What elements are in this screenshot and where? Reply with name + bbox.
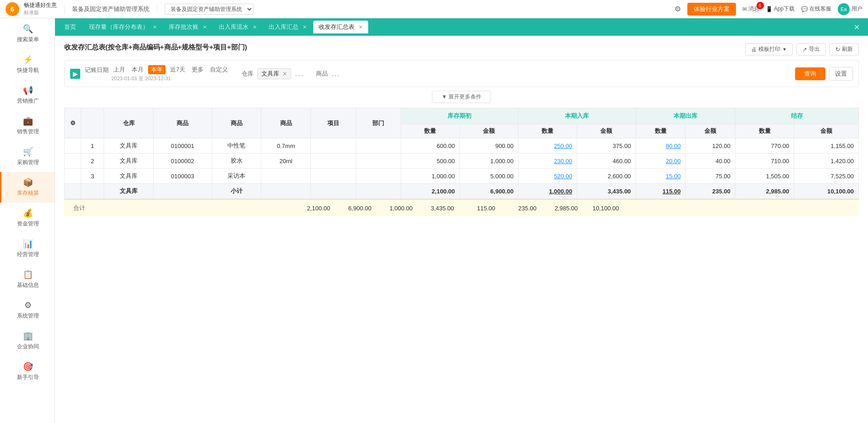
col-in-qty: 数量 bbox=[518, 124, 577, 138]
row-bal-qty: 1,505.00 bbox=[735, 169, 794, 184]
row-out-qty[interactable]: 20.00 bbox=[636, 154, 686, 169]
export-btn[interactable]: ↗ 导出 bbox=[796, 43, 826, 55]
row-bal-amt: 1,155.00 bbox=[794, 138, 859, 154]
col-goods-name-header: 商品 bbox=[212, 108, 261, 138]
refresh-icon: ↻ bbox=[835, 46, 840, 53]
table-row: 1 文具库 0100001 中性笔 0.7mm 600.00 900.00 25… bbox=[65, 138, 859, 154]
sidebar-item-newbie[interactable]: 🎯 新手引导 bbox=[0, 356, 55, 387]
date-range-display: 2023-01-01 至 2023-12-31 bbox=[111, 75, 230, 82]
warehouse-tag[interactable]: 文具库 ✕ bbox=[257, 68, 291, 79]
tab-close-inventory-dist[interactable]: ✕ bbox=[153, 24, 157, 30]
tab-close-recv-send[interactable]: ✕ bbox=[359, 24, 363, 30]
row-in-qty[interactable]: 1,000.00 bbox=[518, 184, 577, 199]
row-goods-name: 采访本 bbox=[212, 169, 261, 184]
row-goods-code: 0100002 bbox=[153, 154, 212, 169]
row-goods-code bbox=[153, 184, 212, 199]
sidebar-item-sales[interactable]: 💼 销售管理 bbox=[0, 110, 55, 141]
print-icon: 🖨 bbox=[751, 46, 757, 53]
col-settings-icon: ⚙ bbox=[70, 120, 76, 126]
col-group-in: 本期入库 bbox=[518, 108, 636, 124]
expand-conditions-btn[interactable]: ▼ 展开更多条件 bbox=[432, 91, 491, 103]
sidebar-item-enterprise[interactable]: 🏢 企业协同 bbox=[0, 325, 55, 356]
row-settings-cell bbox=[65, 138, 81, 154]
tab-flow[interactable]: 出入库流水 ✕ bbox=[213, 21, 262, 33]
message-icon-area[interactable]: ✉ 6 消息 bbox=[742, 5, 759, 13]
date-btn-7days[interactable]: 近7天 bbox=[168, 65, 187, 74]
col-no bbox=[81, 108, 104, 138]
col-dept-header: 部门 bbox=[356, 108, 401, 138]
tab-close-summary-io[interactable]: ✕ bbox=[303, 24, 307, 30]
warehouse-filter-dots[interactable]: ... bbox=[295, 70, 304, 78]
row-in-qty[interactable]: 250.00 bbox=[518, 138, 577, 154]
enterprise-icon: 🏢 bbox=[23, 331, 33, 341]
footer-total: 合计 2,100.00 6,900.00 1,000.00 3,435.00 1… bbox=[64, 199, 859, 216]
setting-btn[interactable]: 设置 bbox=[829, 67, 853, 81]
row-goods-name: 胶水 bbox=[212, 154, 261, 169]
row-goods-spec bbox=[261, 169, 311, 184]
tab-recv-send[interactable]: 收发存汇总表 ✕ bbox=[313, 21, 368, 33]
row-goods-spec: 20ml bbox=[261, 154, 311, 169]
col-bal-amt: 金额 bbox=[794, 124, 859, 138]
row-out-amt: 40.00 bbox=[686, 154, 735, 169]
newbie-icon: 🎯 bbox=[23, 362, 33, 372]
sidebar-item-purchase[interactable]: 🛒 采购管理 bbox=[0, 141, 55, 172]
sidebar-item-search[interactable]: 🔍 搜索菜单 bbox=[0, 18, 55, 49]
col-out-amt: 金额 bbox=[686, 124, 735, 138]
filter-toggle-btn[interactable]: ▶ bbox=[70, 69, 80, 79]
row-out-qty[interactable]: 115.00 bbox=[636, 184, 686, 199]
sidebar-item-finance[interactable]: 💰 资金管理 bbox=[0, 203, 55, 233]
system-select[interactable]: 装备及固定资产辅助管理系统 bbox=[165, 4, 254, 15]
row-in-qty[interactable]: 230.00 bbox=[518, 154, 577, 169]
refresh-btn[interactable]: ↻ 刷新 bbox=[829, 43, 859, 55]
tab-home[interactable]: 首页 bbox=[58, 21, 83, 33]
row-out-qty[interactable]: 80.00 bbox=[636, 138, 686, 154]
row-open-qty: 600.00 bbox=[401, 138, 459, 154]
row-bal-amt: 7,525.00 bbox=[794, 169, 859, 184]
warehouse-tag-close[interactable]: ✕ bbox=[282, 71, 287, 77]
footer-bal-amt: 10,100.00 bbox=[582, 205, 624, 212]
marketing-icon: 📢 bbox=[23, 85, 33, 95]
inventory-icon: 📦 bbox=[23, 177, 33, 187]
sidebar-item-inventory[interactable]: 📦 库存核算 bbox=[0, 172, 55, 203]
settings-gear-btn[interactable]: ⚙ bbox=[674, 5, 681, 13]
date-btn-this-month[interactable]: 本月 bbox=[130, 65, 145, 74]
tab-batch[interactable]: 库存批次账 ✕ bbox=[163, 21, 212, 33]
col-settings[interactable]: ⚙ bbox=[65, 108, 81, 138]
online-service-area[interactable]: 💬 在线客服 bbox=[801, 5, 831, 13]
message-badge: 6 bbox=[757, 2, 764, 9]
filter-bar: ▶ 记账日期 上月 本月 本年 近7天 更多 自定义 2023-01-01 至 bbox=[64, 60, 859, 87]
sidebar-item-marketing[interactable]: 📢 营销推广 bbox=[0, 80, 55, 110]
sidebar-item-system[interactable]: ⚙ 系统管理 bbox=[0, 295, 55, 325]
goods-filter-dots[interactable]: ... bbox=[332, 70, 340, 78]
row-open-amt: 5,000.00 bbox=[459, 169, 518, 184]
print-btn[interactable]: 🖨 模板打印 ▼ bbox=[745, 43, 793, 55]
row-in-amt: 460.00 bbox=[577, 154, 636, 169]
row-open-qty: 500.00 bbox=[401, 154, 459, 169]
sidebar-item-business[interactable]: 📊 经营管理 bbox=[0, 233, 55, 264]
tab-page-close[interactable]: ✕ bbox=[848, 23, 865, 32]
col-group-out: 本期出库 bbox=[636, 108, 735, 124]
tab-close-flow[interactable]: ✕ bbox=[253, 24, 257, 30]
app-download-icon: 📱 bbox=[766, 6, 773, 12]
row-out-qty[interactable]: 15.00 bbox=[636, 169, 686, 184]
date-btn-more[interactable]: 更多 bbox=[190, 65, 205, 74]
sidebar-item-basic[interactable]: 📋 基础信息 bbox=[0, 264, 55, 295]
app-download-area[interactable]: 📱 App下载 bbox=[766, 5, 795, 13]
purchase-icon: 🛒 bbox=[23, 147, 33, 157]
tab-close-batch[interactable]: ✕ bbox=[203, 24, 207, 30]
date-btn-this-year[interactable]: 本年 bbox=[148, 65, 166, 74]
user-area[interactable]: Ea 用户 bbox=[838, 3, 862, 15]
query-btn[interactable]: 查询 bbox=[795, 67, 825, 80]
trial-btn[interactable]: 体验行业方案 bbox=[687, 3, 736, 16]
row-in-qty[interactable]: 520.00 bbox=[518, 169, 577, 184]
top-bar: 6 畅捷通好生意 标准版 装备及固定资产辅助管理系统 装备及固定资产辅助管理系统… bbox=[0, 0, 868, 18]
tab-summary-io[interactable]: 出入库汇总 ✕ bbox=[263, 21, 312, 33]
row-dept bbox=[356, 154, 401, 169]
footer-in-qty: 1,000.00 bbox=[376, 205, 417, 212]
page-title: 收发存汇总表(按仓库+商品编码+商品+规格型号+项目+部门) bbox=[64, 43, 247, 52]
date-btn-custom[interactable]: 自定义 bbox=[208, 65, 230, 74]
date-btn-last-month[interactable]: 上月 bbox=[111, 65, 127, 74]
sidebar-item-quick[interactable]: ⚡ 快捷导航 bbox=[0, 49, 55, 80]
col-goods-spec-header: 商品 bbox=[261, 108, 311, 138]
tab-inventory-dist[interactable]: 现存量（库存分布表） ✕ bbox=[83, 21, 162, 33]
